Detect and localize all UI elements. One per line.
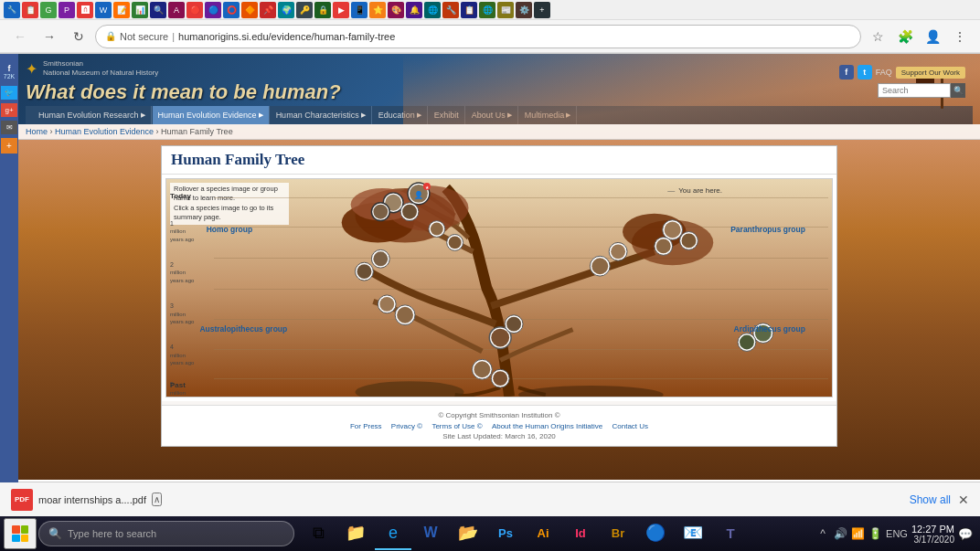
tray-show-hidden[interactable]: ^	[815, 527, 830, 540]
svg-point-22	[665, 221, 681, 238]
profile-button[interactable]: 👤	[920, 24, 945, 49]
search-input[interactable]	[878, 83, 951, 98]
menu-button[interactable]: ⋮	[947, 24, 973, 49]
ext-icon-9[interactable]: 🔍	[150, 2, 166, 18]
footer-terms-link[interactable]: Terms of Use ©	[431, 422, 482, 430]
taskbar-file-manager[interactable]: 📂	[450, 517, 486, 550]
taskbar-outlook[interactable]: 📧	[675, 517, 711, 550]
ext-icon-6[interactable]: W	[95, 2, 112, 18]
ext-icon-16[interactable]: 🌍	[278, 2, 294, 18]
nav-human-evolution-evidence[interactable]: Human Evolution Evidence▶	[153, 106, 270, 124]
ext-icon-3[interactable]: G	[40, 2, 57, 18]
ext-icon-12[interactable]: 🔵	[205, 2, 221, 18]
faq-link[interactable]: FAQ	[876, 68, 892, 77]
tray-battery[interactable]: 🔋	[868, 527, 882, 540]
refresh-button[interactable]: ↻	[66, 24, 91, 49]
ext-icon-25[interactable]: 🔧	[442, 2, 459, 18]
close-downloads-button[interactable]: ✕	[958, 493, 969, 507]
extensions-bar: 🔧 📋 G P 🅰 W 📝 📊 🔍 A 🔴 🔵 ⭕ 🔶 📌 🌍 🔑 🔒 ▶ 📱 …	[0, 0, 980, 20]
taskbar-right-tray: ^ 🔊 📶 🔋 ENG 12:27 PM 3/17/2020 💬	[815, 524, 976, 545]
address-bar[interactable]: 🔒 Not secure | humanorigins.si.edu/evide…	[95, 25, 861, 48]
ext-icon-15[interactable]: 📌	[260, 2, 276, 18]
ext-icon-20[interactable]: 📱	[351, 2, 368, 18]
nav-human-characteristics[interactable]: Human Characteristics▶	[271, 106, 372, 124]
ext-icon-11[interactable]: 🔴	[186, 2, 203, 18]
taskbar-illustrator[interactable]: Ai	[525, 517, 561, 550]
indesign-icon: Id	[575, 526, 586, 540]
search-submit-button[interactable]: 🔍	[951, 83, 965, 98]
ext-icon-14[interactable]: 🔶	[241, 2, 258, 18]
language-button[interactable]: ENG	[886, 528, 908, 539]
homo-group-label[interactable]: Homo group	[207, 225, 253, 234]
email-share-button[interactable]: ✉	[1, 121, 17, 134]
ext-icon-26[interactable]: 📋	[461, 2, 477, 18]
twitter-share-button[interactable]: 🐦	[1, 86, 17, 100]
start-button[interactable]	[4, 518, 37, 549]
google-share-button[interactable]: g+	[1, 103, 17, 117]
footer-press-link[interactable]: For Press	[350, 422, 382, 430]
family-tree-infographic[interactable]: Rollover a species image or group name t…	[165, 178, 833, 397]
ext-icon-18[interactable]: 🔒	[314, 2, 331, 18]
smithsonian-name: Smithsonian	[43, 59, 158, 69]
ext-icon-17[interactable]: 🔑	[296, 2, 313, 18]
clock-time: 12:27 PM	[911, 524, 954, 535]
ext-icon-10[interactable]: A	[168, 2, 185, 18]
notification-center-icon[interactable]: 💬	[958, 527, 973, 541]
ext-icon-13[interactable]: ⭕	[223, 2, 240, 18]
ext-icon-30[interactable]: +	[534, 2, 550, 18]
downloads-bar: PDF moar internships a....pdf ∧ Show all…	[0, 482, 980, 516]
taskbar-indesign[interactable]: Id	[562, 517, 599, 550]
ext-icon-24[interactable]: 🌐	[424, 2, 441, 18]
ext-icon-29[interactable]: ⚙️	[516, 2, 532, 18]
footer-contact-link[interactable]: Contact Us	[612, 422, 649, 430]
breadcrumb-home[interactable]: Home	[26, 127, 48, 136]
ext-icon-1[interactable]: 🔧	[4, 2, 20, 18]
nav-human-evolution-research[interactable]: Human Evolution Research▶	[33, 106, 152, 124]
taskbar-teams[interactable]: T	[712, 517, 749, 550]
ext-icon-22[interactable]: 🎨	[388, 2, 404, 18]
breadcrumb-evidence[interactable]: Human Evolution Evidence	[55, 127, 154, 136]
ext-icon-5[interactable]: 🅰	[77, 2, 93, 18]
ext-icon-19[interactable]: ▶	[333, 2, 349, 18]
bookmark-star-button[interactable]: ☆	[865, 24, 890, 49]
tray-network[interactable]: 📶	[850, 527, 865, 540]
facebook-icon[interactable]: f	[839, 65, 854, 79]
ardipithecus-group-label[interactable]: Ardipithecus group	[734, 324, 805, 334]
paranthropus-group-label[interactable]: Paranthropus group	[730, 225, 805, 234]
taskbar-file-explorer[interactable]: 📁	[337, 517, 374, 550]
taskbar-photoshop[interactable]: Ps	[487, 517, 524, 550]
download-chevron-button[interactable]: ∧	[152, 493, 162, 506]
back-button[interactable]: ←	[7, 24, 33, 49]
taskbar-word[interactable]: W	[412, 517, 449, 550]
extension-puzzle-button[interactable]: 🧩	[892, 24, 918, 49]
ext-icon-28[interactable]: 📰	[497, 2, 514, 18]
footer-about-link[interactable]: About the Human Origins Initiative	[492, 422, 602, 430]
facebook-share-button[interactable]: f 72K	[1, 61, 17, 82]
ext-icon-23[interactable]: 🔔	[406, 2, 422, 18]
australopithecus-group-label[interactable]: Australopithecus group	[199, 324, 287, 334]
ext-icon-21[interactable]: ⭐	[369, 2, 386, 18]
taskbar-bridge[interactable]: Br	[600, 517, 636, 550]
taskbar-task-view[interactable]: ⧉	[300, 517, 336, 550]
svg-point-30	[611, 244, 625, 259]
footer-privacy-link[interactable]: Privacy ©	[391, 422, 422, 430]
ext-icon-27[interactable]: 🌐	[479, 2, 495, 18]
ext-icon-7[interactable]: 📝	[113, 2, 130, 18]
taskbar-items: ⧉ 📁 e W 📂 Ps Ai Id Br 🔵 📧	[300, 517, 749, 550]
more-share-button[interactable]: +	[1, 138, 17, 154]
tray-volume[interactable]: 🔊	[833, 527, 847, 540]
taskbar-search-bar[interactable]: 🔍 Type here to search	[38, 521, 294, 546]
taskbar-edge-browser[interactable]: e	[375, 517, 411, 550]
twitter-icon[interactable]: t	[858, 65, 872, 79]
show-all-button[interactable]: Show all	[910, 493, 951, 506]
svg-point-48	[474, 361, 490, 377]
svg-point-16	[402, 205, 417, 219]
ext-icon-8[interactable]: 📊	[132, 2, 148, 18]
forward-button[interactable]: →	[37, 24, 62, 49]
ext-icon-4[interactable]: P	[59, 2, 75, 18]
ext-icon-2[interactable]: 📋	[22, 2, 38, 18]
taskbar-clock[interactable]: 12:27 PM 3/17/2020	[911, 524, 954, 545]
support-our-work-button[interactable]: Support Our Work	[896, 67, 965, 79]
taskbar-chrome[interactable]: 🔵	[637, 517, 674, 550]
url-text: Not secure	[120, 31, 168, 42]
